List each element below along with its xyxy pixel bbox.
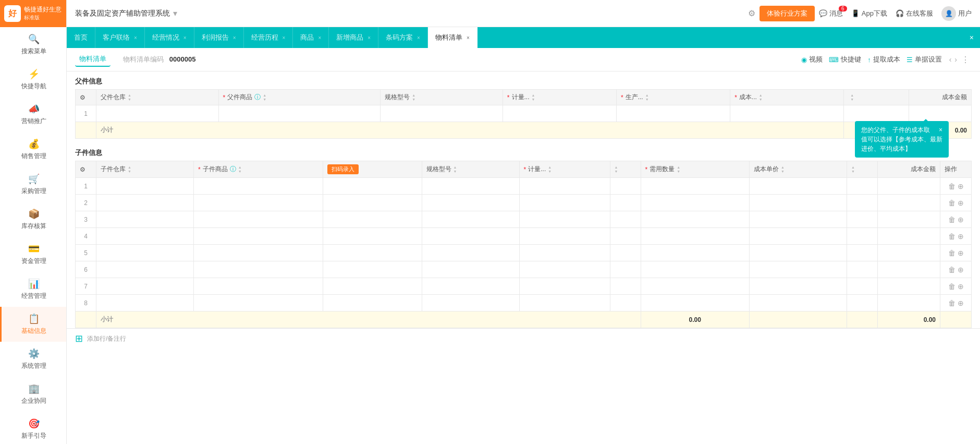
child-cell-qty[interactable] xyxy=(641,211,749,228)
child-cell-warehouse[interactable] xyxy=(96,295,194,311)
child-cell-amount[interactable] xyxy=(878,195,940,211)
child-cell-unit[interactable] xyxy=(519,211,610,228)
child-cell-unit[interactable] xyxy=(519,228,610,245)
nav-close-all-button[interactable]: × xyxy=(963,33,980,42)
child-cell-scan[interactable] xyxy=(323,228,422,245)
delete-icon[interactable]: 🗑 xyxy=(948,232,956,241)
child-cell-goods[interactable] xyxy=(194,195,323,211)
child-cell-goods[interactable] xyxy=(194,178,323,195)
tab-new-goods[interactable]: 新增商品 × xyxy=(329,27,378,48)
sidebar-item-finance[interactable]: 💳 资金管理 xyxy=(0,237,66,272)
gear-icon[interactable]: ⚙ xyxy=(80,94,85,101)
sidebar-item-search[interactable]: 🔍 搜索菜单 xyxy=(0,27,66,62)
child-cell-scan[interactable] xyxy=(323,245,422,261)
child-cell-spec[interactable] xyxy=(422,278,519,295)
child-cell-spec[interactable] xyxy=(422,245,519,261)
child-cell-unit-cost[interactable] xyxy=(749,261,847,278)
action-cost[interactable]: ↑ 提取成本 xyxy=(867,55,900,64)
delete-icon[interactable]: 🗑 xyxy=(948,282,956,291)
child-cell-unit-cost[interactable] xyxy=(749,278,847,295)
child-cell-extra[interactable] xyxy=(610,195,641,211)
parent-cell-goods[interactable] xyxy=(218,105,381,122)
tab-history[interactable]: 经营历程 × xyxy=(244,27,293,48)
child-cell-warehouse[interactable] xyxy=(96,245,194,261)
sidebar-item-purchase[interactable]: 🛒 采购管理 xyxy=(0,167,66,202)
child-cell-unit-cost[interactable] xyxy=(749,211,847,228)
child-cell-spec[interactable] xyxy=(422,211,519,228)
parent-cell-cost[interactable] xyxy=(730,105,844,122)
child-cell-extra2[interactable] xyxy=(847,211,877,228)
delete-icon[interactable]: 🗑 xyxy=(948,266,956,274)
tab-home[interactable]: 首页 xyxy=(67,27,95,48)
child-cell-unit-cost[interactable] xyxy=(749,228,847,245)
message-button[interactable]: 💬 消息 6 xyxy=(819,9,843,18)
child-cell-unit[interactable] xyxy=(519,295,610,311)
child-cell-warehouse[interactable] xyxy=(96,278,194,295)
child-cell-unit-cost[interactable] xyxy=(749,195,847,211)
action-settings[interactable]: ☰ 单据设置 xyxy=(906,55,942,64)
copy-icon[interactable]: ⊕ xyxy=(958,266,964,274)
child-cell-extra2[interactable] xyxy=(847,195,877,211)
child-cell-unit-cost[interactable] xyxy=(749,245,847,261)
sidebar-item-marketing[interactable]: 📣 营销推广 xyxy=(0,97,66,132)
child-cell-goods[interactable] xyxy=(194,211,323,228)
copy-icon[interactable]: ⊕ xyxy=(958,182,964,190)
child-cell-extra2[interactable] xyxy=(847,245,877,261)
action-shortcut[interactable]: ⌨ 快捷键 xyxy=(829,55,861,64)
child-cell-amount[interactable] xyxy=(878,245,940,261)
sub-tab-code[interactable]: 物料清单编码 0000005 xyxy=(119,53,200,66)
tab-close-icon[interactable]: × xyxy=(134,35,137,41)
gear-icon[interactable]: ⚙ xyxy=(80,166,85,173)
child-cell-goods[interactable] xyxy=(194,295,323,311)
child-cell-extra2[interactable] xyxy=(847,178,877,195)
child-cell-unit[interactable] xyxy=(519,278,610,295)
delete-icon[interactable]: 🗑 xyxy=(948,299,956,307)
tab-bom[interactable]: 物料清单 × xyxy=(428,27,477,48)
sidebar-item-newbie[interactable]: 🎯 新手引导 xyxy=(0,412,66,444)
copy-icon[interactable]: ⊕ xyxy=(958,232,964,241)
child-cell-warehouse[interactable] xyxy=(96,178,194,195)
tab-close-icon[interactable]: × xyxy=(368,35,371,41)
child-cell-scan[interactable] xyxy=(323,195,422,211)
parent-cell-extra[interactable] xyxy=(844,105,909,122)
sidebar-item-operation[interactable]: 📊 经营管理 xyxy=(0,272,66,307)
tab-close-icon[interactable]: × xyxy=(233,35,236,41)
child-cell-qty[interactable] xyxy=(641,295,749,311)
child-cell-goods[interactable] xyxy=(194,278,323,295)
parent-cell-warehouse[interactable] xyxy=(96,105,219,122)
child-cell-goods[interactable] xyxy=(194,245,323,261)
child-cell-scan[interactable] xyxy=(323,178,422,195)
child-cell-qty[interactable] xyxy=(641,178,749,195)
child-cell-amount[interactable] xyxy=(878,211,940,228)
scan-input-button[interactable]: 扫码录入 xyxy=(327,164,359,174)
tab-close-icon[interactable]: × xyxy=(417,35,420,41)
child-cell-qty[interactable] xyxy=(641,245,749,261)
child-cell-extra[interactable] xyxy=(610,228,641,245)
child-cell-scan[interactable] xyxy=(323,278,422,295)
child-cell-amount[interactable] xyxy=(878,228,940,245)
child-cell-qty[interactable] xyxy=(641,261,749,278)
settings-icon[interactable]: ⚙ xyxy=(748,8,755,18)
child-cell-warehouse[interactable] xyxy=(96,228,194,245)
delete-icon[interactable]: 🗑 xyxy=(948,215,956,224)
child-cell-goods[interactable] xyxy=(194,228,323,245)
parent-cell-amount[interactable] xyxy=(909,105,972,122)
tab-close-icon[interactable]: × xyxy=(318,35,321,41)
tab-customer[interactable]: 客户联络 × xyxy=(95,27,145,48)
child-cell-extra2[interactable] xyxy=(847,295,877,311)
child-cell-unit-cost[interactable] xyxy=(749,295,847,311)
child-cell-extra[interactable] xyxy=(610,178,641,195)
dropdown-arrow-icon[interactable]: ▾ xyxy=(173,8,177,18)
sub-tab-bom[interactable]: 物料清单 xyxy=(75,52,111,67)
child-cell-amount[interactable] xyxy=(878,178,940,195)
child-cell-warehouse[interactable] xyxy=(96,211,194,228)
child-cell-extra2[interactable] xyxy=(847,278,877,295)
tab-goods[interactable]: 商品 × xyxy=(293,27,329,48)
child-cell-extra[interactable] xyxy=(610,295,641,311)
parent-cell-produce[interactable] xyxy=(617,105,730,122)
next-arrow-icon[interactable]: › xyxy=(953,55,958,64)
child-cell-spec[interactable] xyxy=(422,228,519,245)
delete-icon[interactable]: 🗑 xyxy=(948,249,956,257)
child-cell-spec[interactable] xyxy=(422,178,519,195)
tab-profit[interactable]: 利润报告 × xyxy=(194,27,244,48)
